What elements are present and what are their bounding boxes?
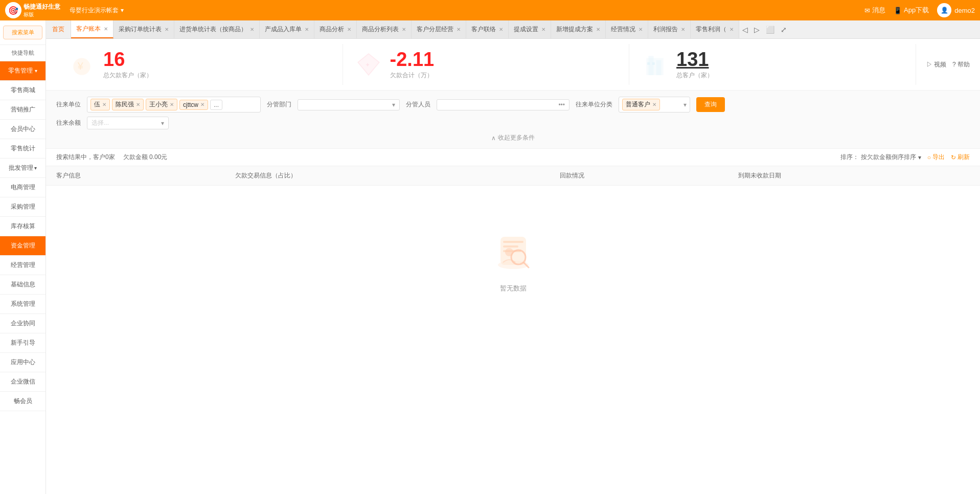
- sidebar-item-finance[interactable]: 资金管理: [0, 236, 45, 256]
- query-button[interactable]: 查询: [696, 97, 725, 112]
- sidebar-item-system[interactable]: 系统管理: [0, 295, 45, 314]
- unit-tag-cjttcw[interactable]: cjttcw✕: [179, 100, 208, 110]
- remove-class-tag[interactable]: ✕: [652, 102, 656, 107]
- user-area[interactable]: 👤 demo2: [937, 3, 975, 17]
- tab-operation[interactable]: 经营情况 ✕: [606, 20, 648, 38]
- sidebar-item-ecommerce[interactable]: 电商管理: [0, 178, 45, 197]
- dept-select[interactable]: ▾: [298, 99, 400, 110]
- sidebar-item-vip[interactable]: 畅会员: [0, 392, 45, 411]
- tab-goods-analysis-list[interactable]: 商品分析列表 ✕: [357, 20, 412, 38]
- stat-total-customers: 131 总客户（家）: [629, 44, 916, 85]
- balance-select[interactable]: 选择... ▾: [87, 117, 169, 129]
- tab-close-icon[interactable]: ✕: [499, 27, 503, 32]
- unit-filter-label: 往来单位: [56, 100, 81, 109]
- sidebar-item-basic-info[interactable]: 基础信息: [0, 275, 45, 295]
- video-link[interactable]: ▷ 视频: [926, 60, 946, 69]
- tab-close-icon[interactable]: ✕: [541, 27, 545, 32]
- svg-rect-8: [647, 62, 650, 65]
- sidebar-item-operation[interactable]: 经营管理: [0, 256, 45, 275]
- collapse-button[interactable]: ∧ 收起更多条件: [491, 133, 535, 142]
- unit-filter-tags[interactable]: 伍✕ 陈民强✕ 王小亮✕ cjttcw✕ ...: [87, 97, 261, 113]
- sidebar-item-newbie[interactable]: 新手引导: [0, 333, 45, 353]
- tab-expand-icon[interactable]: ⬜: [763, 20, 778, 38]
- person-input[interactable]: [441, 101, 556, 108]
- tab-close-icon[interactable]: ✕: [104, 26, 108, 32]
- tab-goods-stats[interactable]: 进货单统计表（按商品） ✕: [174, 20, 260, 38]
- tab-close-icon[interactable]: ✕: [250, 27, 254, 32]
- sidebar-item-enterprise-wechat[interactable]: 企业微信: [0, 372, 45, 392]
- help-link[interactable]: ? 帮助: [952, 60, 970, 69]
- overdue-customers-label: 总欠款客户（家）: [103, 71, 152, 80]
- tab-close-icon[interactable]: ✕: [305, 27, 309, 32]
- messages-btn[interactable]: ✉ 消息: [864, 6, 885, 15]
- tab-close-icon[interactable]: ✕: [165, 27, 169, 32]
- unit-tag-wang[interactable]: 王小亮✕: [146, 99, 177, 110]
- sidebar-item-retail-mall[interactable]: 零售商城: [0, 81, 45, 100]
- person-select[interactable]: •••: [437, 99, 569, 110]
- tab-close-icon[interactable]: ✕: [730, 27, 734, 32]
- tab-nav-right[interactable]: ▷: [751, 20, 763, 38]
- tab-close-icon[interactable]: ✕: [681, 27, 685, 32]
- sort-select[interactable]: 排序： 按欠款金额倒序排序 ▾: [840, 153, 921, 162]
- tab-purchase-order[interactable]: 采购订单统计表 ✕: [113, 20, 174, 38]
- search-menu-button[interactable]: 搜索菜单: [3, 26, 42, 39]
- unit-class-select[interactable]: 普通客户✕ ▾: [619, 97, 690, 113]
- unit-tag-wu[interactable]: 伍✕: [90, 99, 110, 110]
- tab-raise-settings[interactable]: 提成设置 ✕: [509, 20, 551, 38]
- tab-customer-link[interactable]: 客户联络 ✕: [466, 20, 509, 38]
- remove-tag-cjttcw[interactable]: ✕: [200, 102, 204, 107]
- tab-retail-profit[interactable]: 零售利润（ ✕: [691, 20, 739, 38]
- tab-account-capital[interactable]: 客户账本 ✕: [71, 20, 113, 38]
- dept-input[interactable]: [302, 101, 390, 108]
- balance-filter-label: 往来余额: [56, 119, 81, 127]
- sidebar-item-member[interactable]: 会员中心: [0, 120, 45, 139]
- tab-goods-analysis[interactable]: 商品分析 ✕: [314, 20, 357, 38]
- tab-close-icon[interactable]: ✕: [596, 27, 600, 32]
- tab-close-icon[interactable]: ✕: [639, 27, 643, 32]
- top-bar: 🎯 畅捷通好生意 标版 母婴行业演示帐套 ▾ ✉ 消息 📱 App下载 👤: [0, 0, 980, 20]
- remove-tag-chen[interactable]: ✕: [136, 102, 140, 107]
- workspace-selector[interactable]: 母婴行业演示帐套 ▾: [70, 6, 124, 15]
- total-customers-label: 总客户（家）: [676, 71, 713, 80]
- sidebar-item-retail-stats[interactable]: 零售统计: [0, 139, 45, 159]
- unit-tag-more[interactable]: ...: [210, 100, 222, 110]
- content-area: 首页 客户账本 ✕ 采购订单统计表 ✕ 进货单统计表（按商品） ✕ 产成品入库单…: [46, 20, 980, 494]
- sidebar-item-enterprise[interactable]: 企业协同: [0, 314, 45, 333]
- tab-profit-report[interactable]: 利润报告 ✕: [648, 20, 691, 38]
- tab-close-icon[interactable]: ✕: [347, 27, 351, 32]
- svg-rect-9: [652, 62, 655, 65]
- unit-class-tag-normal[interactable]: 普通客户✕: [622, 99, 660, 110]
- quick-nav-button[interactable]: 快捷导航: [0, 45, 45, 61]
- sidebar-item-wholesale[interactable]: 批发管理 ▾: [0, 159, 45, 178]
- sidebar-item-purchase[interactable]: 采购管理: [0, 197, 45, 217]
- page-content: ¥ 16 总欠款客户（家） ✦: [46, 39, 980, 494]
- tab-close-icon[interactable]: ✕: [457, 27, 461, 32]
- logo-area: 🎯 畅捷通好生意 标版: [5, 2, 60, 18]
- remove-tag-wang[interactable]: ✕: [170, 102, 174, 107]
- sidebar-item-app-center[interactable]: 应用中心: [0, 353, 45, 372]
- tab-close-icon[interactable]: ✕: [402, 27, 406, 32]
- unit-class-label: 往来单位分类: [576, 100, 612, 109]
- chevron-right-icon: ▾: [34, 165, 37, 171]
- sidebar-search: 搜索菜单: [0, 20, 45, 45]
- tab-home[interactable]: 首页: [46, 20, 71, 38]
- refresh-button[interactable]: ↻ 刷新: [951, 153, 970, 162]
- tab-cost-in[interactable]: 产成品入库单 ✕: [260, 20, 314, 38]
- stat-header-actions: ▷ 视频 ? 帮助: [916, 44, 970, 85]
- tab-maximize-icon[interactable]: ⤢: [778, 20, 790, 38]
- data-table-wrapper: 客户信息 欠款交易信息（占比） 回款情况 到期未收款日期: [46, 166, 980, 186]
- total-customers-value: 131: [676, 50, 713, 69]
- unit-tag-chen[interactable]: 陈民强✕: [112, 99, 144, 110]
- stat-overdue-amount: ✦ -2.11 欠款合计（万）: [343, 44, 630, 85]
- export-button[interactable]: ○ 导出: [927, 153, 945, 162]
- tab-customer-tier[interactable]: 客户分层经营 ✕: [412, 20, 466, 38]
- chevron-down-icon: ▾: [392, 101, 395, 108]
- app-download-btn[interactable]: 📱 App下载: [894, 6, 929, 15]
- sidebar-item-marketing[interactable]: 营销推广: [0, 100, 45, 120]
- remove-tag-wu[interactable]: ✕: [102, 102, 106, 107]
- tab-nav-left[interactable]: ◁: [739, 20, 751, 38]
- sidebar-item-retail[interactable]: 零售管理 ▾: [0, 61, 45, 81]
- sidebar-item-inventory[interactable]: 库存核算: [0, 217, 45, 236]
- tab-new-raise[interactable]: 新增提成方案 ✕: [551, 20, 606, 38]
- play-icon: ▷: [926, 61, 932, 68]
